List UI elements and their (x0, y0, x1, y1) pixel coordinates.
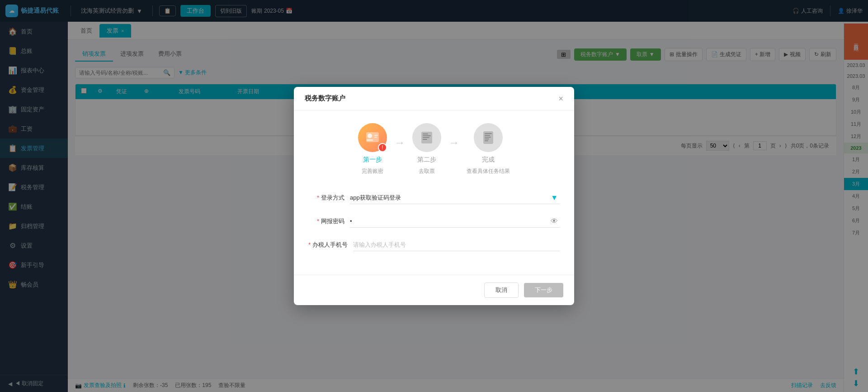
svg-rect-6 (423, 134, 428, 134)
svg-rect-15 (485, 140, 488, 141)
step-1-desc: 完善账密 (362, 167, 383, 175)
step-3: 完成 查看具体任务结果 (467, 123, 510, 175)
svg-rect-8 (423, 137, 429, 138)
modal-close-button[interactable]: × (558, 95, 563, 103)
step-1-label: 第一步 (363, 156, 382, 164)
step-2-label: 第二步 (417, 156, 436, 164)
step-1-badge: ! (378, 143, 387, 152)
next-button[interactable]: 下一步 (524, 283, 563, 297)
svg-rect-3 (374, 135, 378, 136)
svg-point-1 (368, 134, 372, 138)
modal-body: ! 第一步 完善账密 → (294, 110, 574, 275)
step-2-icon (412, 123, 441, 152)
step-arrow-1: → (394, 136, 405, 163)
svg-rect-14 (485, 139, 489, 139)
form-row-login: 登录方式 app获取验证码登录 账号密码登录 ▼ (308, 191, 560, 204)
phone-input-wrap (353, 239, 560, 251)
modal-overlay[interactable]: 税务数字账户 × (0, 0, 868, 392)
svg-rect-9 (423, 139, 427, 140)
step-3-icon-wrap (474, 123, 503, 152)
password-input[interactable] (350, 215, 549, 227)
modal-footer: 取消 下一步 (294, 275, 574, 305)
svg-rect-13 (485, 137, 491, 138)
step-1: ! 第一步 完善账密 (358, 123, 387, 175)
modal-header: 税务数字账户 × (294, 87, 574, 110)
steps-row: ! 第一步 完善账密 → (308, 123, 560, 175)
phone-input[interactable] (353, 239, 560, 251)
svg-rect-11 (485, 133, 492, 134)
step-3-desc: 查看具体任务结果 (467, 167, 510, 175)
form-row-password: 网报密码 👁 (308, 215, 560, 228)
svg-rect-7 (423, 135, 431, 136)
step-3-label: 完成 (482, 156, 495, 164)
password-input-wrap: 👁 (350, 215, 560, 228)
login-method-select[interactable]: app获取验证码登录 账号密码登录 (350, 191, 560, 204)
svg-rect-12 (485, 135, 490, 136)
svg-rect-2 (367, 139, 373, 141)
cancel-button[interactable]: 取消 (484, 282, 519, 298)
step-2: 第二步 去取票 (412, 123, 441, 175)
step-2-desc: 去取票 (419, 167, 435, 175)
step-3-icon (474, 123, 503, 152)
step-arrow-2: → (448, 136, 459, 163)
select-arrow-icon: ▼ (551, 194, 558, 202)
step-1-icon-wrap: ! (358, 123, 387, 152)
phone-label: 办税人手机号 (308, 241, 348, 249)
toggle-password-icon[interactable]: 👁 (549, 217, 560, 225)
svg-rect-4 (374, 137, 377, 138)
login-method-select-wrap: app获取验证码登录 账号密码登录 ▼ (350, 191, 560, 204)
tax-account-modal: 税务数字账户 × (294, 87, 574, 305)
form-row-phone: 办税人手机号 (308, 239, 560, 251)
login-method-label: 登录方式 (308, 194, 344, 202)
password-label: 网报密码 (308, 217, 344, 225)
modal-title: 税务数字账户 (305, 94, 345, 103)
step-2-icon-wrap (412, 123, 441, 152)
